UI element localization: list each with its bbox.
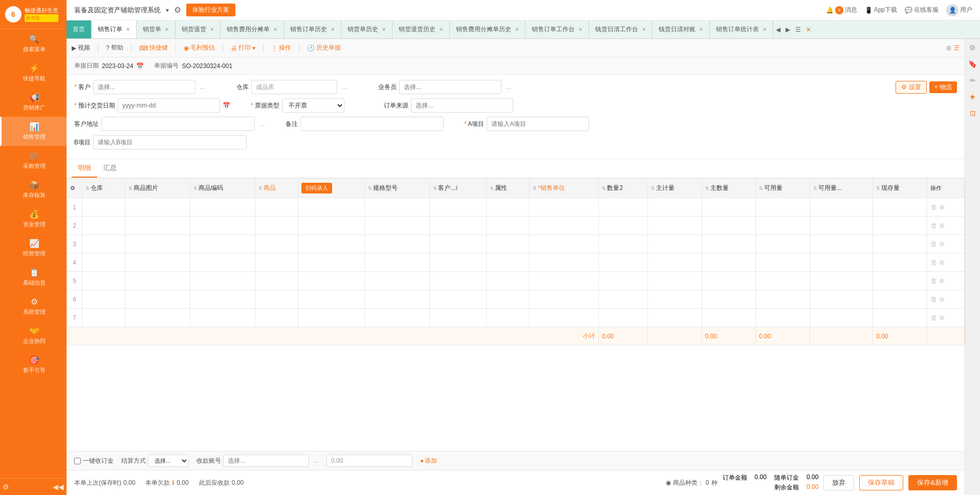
toolbar-operation[interactable]: ⋮ 操作 [271, 44, 291, 52]
row-6-product[interactable] [255, 290, 298, 309]
tab-stats-close[interactable]: ✕ [763, 27, 767, 32]
row-6-available2[interactable] [810, 290, 873, 309]
row-6-main-unit[interactable] [648, 290, 702, 309]
row-6-copy-icon[interactable]: ⊕ [939, 295, 945, 303]
toolbar-shortcut[interactable]: ⌨ 快捷键 [139, 44, 168, 52]
row-6-customer-code[interactable] [430, 290, 487, 309]
row-1-attributes[interactable] [487, 198, 530, 217]
a-project-input[interactable] [487, 117, 589, 131]
user-menu[interactable]: 👤 用户 [946, 4, 972, 16]
tab-home[interactable]: 首页 [67, 20, 92, 39]
account-input[interactable] [223, 455, 309, 467]
app-download-btn[interactable]: 📱 App下载 [865, 6, 897, 14]
row-3-unit[interactable] [530, 235, 599, 253]
row-4-warehouse[interactable] [82, 253, 125, 272]
row-3-available2[interactable] [810, 235, 873, 253]
tab-order-history-close[interactable]: ✕ [331, 27, 335, 32]
row-5-delete-icon[interactable]: 🗑 [930, 277, 937, 285]
tab-nav-left[interactable]: ◀ [773, 26, 783, 33]
save-new-btn[interactable]: 保存&新增 [908, 475, 957, 490]
row-2-copy-icon[interactable]: ⊕ [939, 222, 945, 229]
order-source-input[interactable] [411, 98, 513, 113]
right-panel-bookmark-icon[interactable]: 🔖 [966, 58, 979, 70]
tab-return-history[interactable]: 销货单历史 ✕ [341, 20, 393, 39]
delivery-date-input[interactable] [118, 98, 220, 113]
row-3-sku-code[interactable] [190, 235, 255, 253]
row-5-customer-code[interactable] [430, 272, 487, 290]
tab-return-history-close[interactable]: ✕ [382, 27, 386, 32]
account-more-icon[interactable]: … [313, 457, 319, 464]
row-5-product[interactable] [255, 272, 298, 290]
tab-expense-split-close[interactable]: ✕ [273, 27, 277, 32]
customer-input[interactable] [93, 80, 195, 94]
row-3-image[interactable] [125, 235, 190, 253]
row-4-main-qty[interactable] [702, 253, 755, 272]
row-7-unit[interactable] [530, 309, 599, 327]
salesperson-more-icon[interactable]: … [506, 83, 512, 91]
row-2-stock[interactable] [873, 217, 927, 235]
row-6-image[interactable] [125, 290, 190, 309]
add-payment-btn[interactable]: ● 添加 [420, 457, 437, 465]
row-7-product[interactable] [255, 309, 298, 327]
tab-cash-workbench[interactable]: 钱货日清工作台 ✕ [589, 20, 652, 39]
tab-order-workbench[interactable]: 销售订单工作台 ✕ [526, 20, 589, 39]
row-6-main-qty[interactable] [702, 290, 755, 309]
row-7-sku-code[interactable] [190, 309, 255, 327]
row-4-product[interactable] [255, 253, 298, 272]
row-1-image[interactable] [125, 198, 190, 217]
tab-detail[interactable]: 明细 [72, 159, 97, 178]
row-3-stock[interactable] [873, 235, 927, 253]
salesperson-input[interactable] [399, 80, 502, 94]
current-order-info-icon[interactable]: ℹ [172, 479, 175, 486]
topbar-settings-icon[interactable]: ⚙ [174, 5, 181, 15]
sidebar-item-marketing[interactable]: 📢 营销推广 [0, 88, 67, 117]
row-1-stock[interactable] [873, 198, 927, 217]
amount-input[interactable] [326, 455, 412, 467]
one-click-deposit-input[interactable] [74, 458, 81, 464]
row-4-qty2[interactable] [599, 253, 648, 272]
add-material-btn[interactable]: + 物流 [929, 81, 957, 93]
row-7-spec[interactable] [365, 309, 430, 327]
row-7-warehouse[interactable] [82, 309, 125, 327]
tab-sales-return[interactable]: 销货单 ✕ [137, 20, 176, 39]
row-4-spec[interactable] [365, 253, 430, 272]
row-4-stock[interactable] [873, 253, 927, 272]
row-3-customer-code[interactable] [430, 235, 487, 253]
row-4-customer-code[interactable] [430, 253, 487, 272]
sidebar-item-finance[interactable]: 💰 资金管理 [0, 204, 67, 233]
row-1-product[interactable] [255, 198, 298, 217]
row-1-unit[interactable] [530, 198, 599, 217]
discard-btn[interactable]: 放弃 [823, 475, 854, 490]
row-3-warehouse[interactable] [82, 235, 125, 253]
bell-notification[interactable]: 🔔 9 消息 [826, 6, 857, 14]
remark-input[interactable] [300, 117, 444, 131]
row-2-attributes[interactable] [487, 217, 530, 235]
row-5-available2[interactable] [810, 272, 873, 290]
right-panel-edit-icon[interactable]: ✏ [968, 74, 978, 87]
col-settings[interactable]: ⚙ [67, 179, 82, 198]
row-3-qty2[interactable] [599, 235, 648, 253]
row-1-available2[interactable] [810, 198, 873, 217]
customer-code-info-icon[interactable]: ℹ [455, 184, 458, 191]
sidebar-item-basic-info[interactable]: 📋 基础信息 [0, 263, 67, 292]
row-6-warehouse[interactable] [82, 290, 125, 309]
row-3-delete-icon[interactable]: 🗑 [930, 240, 937, 248]
tab-order-history[interactable]: 销售订单历史 ✕ [284, 20, 341, 39]
product-count-info-icon[interactable]: ◉ [666, 479, 671, 486]
row-6-stock[interactable] [873, 290, 927, 309]
sidebar-item-search[interactable]: 🔍 搜索菜单 [0, 29, 67, 58]
row-3-product[interactable] [255, 235, 298, 253]
row-5-attributes[interactable] [487, 272, 530, 290]
tab-expense-history[interactable]: 销售费用分摊单历史 ✕ [450, 20, 526, 39]
sidebar-item-enterprise[interactable]: 🤝 企业协同 [0, 321, 67, 350]
row-4-delete-icon[interactable]: 🗑 [930, 259, 937, 266]
row-5-stock[interactable] [873, 272, 927, 290]
customer-address-input[interactable] [101, 117, 255, 131]
row-2-qty2[interactable] [599, 217, 648, 235]
row-4-attributes[interactable] [487, 253, 530, 272]
sidebar-item-system[interactable]: ⚙ 系统管理 [0, 292, 67, 321]
row-1-copy-icon[interactable]: ⊕ [939, 203, 945, 211]
row-3-main-qty[interactable] [702, 235, 755, 253]
right-panel-star-icon[interactable]: ★ [967, 91, 978, 103]
row-7-qty2[interactable] [599, 309, 648, 327]
